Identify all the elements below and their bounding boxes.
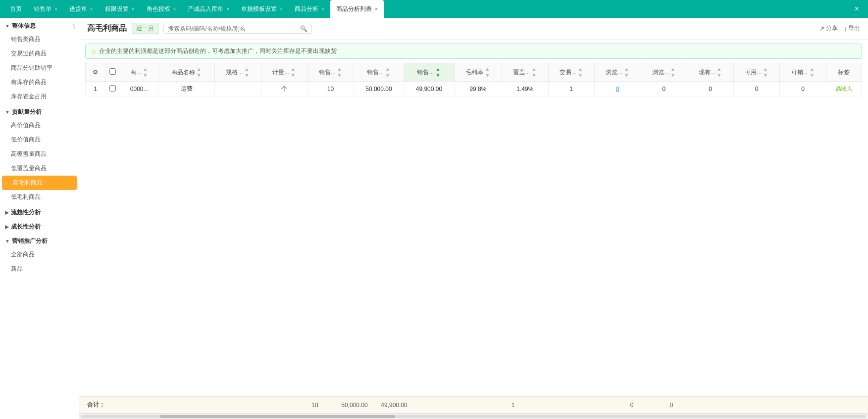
table-header-row: ⚙ 商... ▲▼ (86, 63, 862, 82)
close-inbound-icon[interactable]: × (226, 6, 229, 12)
header-actions: ↗ 分享 ↓ 导出 (819, 24, 860, 33)
sidebar-group-marketing[interactable]: ▼ 营销推广分析 (0, 233, 79, 247)
trend-group-arrow: ▶ (5, 210, 9, 215)
nav-tab-sales[interactable]: 销售单 × (28, 0, 63, 18)
col-spec[interactable]: 规格... ▲▼ (215, 63, 261, 82)
data-table: ⚙ 商... ▲▼ (85, 63, 862, 96)
export-button[interactable]: ↓ 导出 (844, 24, 860, 33)
footer-available: 0 (652, 402, 691, 409)
cell-sales3: 49,900.00 (404, 82, 454, 96)
col-browse2[interactable]: 浏览... ▲▼ (641, 63, 687, 82)
col-name[interactable]: 商品名称 ▲▼ (158, 63, 215, 82)
sidebar-item-high-value[interactable]: 高价值商品 (0, 118, 79, 133)
cell-transaction: 1 (548, 82, 595, 96)
col-transaction[interactable]: 交易... ▲▼ (548, 63, 595, 82)
nav-tab-template[interactable]: 单据模板设置 × (235, 0, 289, 18)
close-roles-icon[interactable]: × (173, 6, 176, 12)
filter-recent-month-button[interactable]: 近一月 (132, 23, 158, 34)
content-header: 高毛利商品 近一月 🔍 ↗ 分享 ↓ 导出 (79, 18, 868, 40)
browse1-link[interactable]: 0 (616, 86, 619, 93)
row-checkbox[interactable] (109, 85, 116, 92)
col-settings[interactable]: ⚙ (86, 63, 105, 82)
nav-tab-permissions[interactable]: 权限设置 × (99, 0, 141, 18)
sidebar-group-trend[interactable]: ▶ 流趋性分析 (0, 204, 79, 219)
cell-browse1[interactable]: 0 (595, 82, 641, 96)
close-analysis-list-icon[interactable]: × (375, 6, 378, 12)
cell-code: 0000... (120, 82, 158, 96)
search-wrap: 🔍 (163, 24, 312, 34)
cell-unit: 个 (261, 82, 307, 96)
footer-sales3: 49,900.00 (374, 402, 414, 409)
col-browse1[interactable]: 浏览... ▲▼ (595, 63, 641, 82)
export-icon: ↓ (844, 25, 847, 32)
sidebar-item-sales-goods[interactable]: 销售类商品 (0, 32, 79, 47)
sidebar-item-all-goods[interactable]: 全部商品 (0, 247, 79, 262)
close-purchase-icon[interactable]: × (90, 6, 93, 12)
cell-spec (215, 82, 261, 96)
sidebar-item-high-margin[interactable]: 高毛利商品 (2, 176, 77, 190)
footer-bar: 合计： 10 50,000.00 49,900.00 1 0 0 (79, 396, 868, 413)
col-coverage[interactable]: 覆盖... ▲▼ (502, 63, 549, 82)
col-sales3[interactable]: 销售... ▲▼ (404, 63, 454, 82)
search-input[interactable] (168, 25, 300, 32)
col-checkbox[interactable] (105, 63, 120, 82)
cell-available: 0 (733, 82, 780, 96)
app-close-button[interactable]: × (850, 4, 864, 13)
nav-tab-inbound[interactable]: 产成品入库单 × (182, 0, 235, 18)
close-permissions-icon[interactable]: × (132, 6, 135, 12)
sidebar-item-distribution-rate[interactable]: 商品分销助销率 (0, 61, 79, 75)
cell-checkbox[interactable] (105, 82, 120, 96)
share-button[interactable]: ↗ 分享 (819, 24, 838, 33)
search-icon[interactable]: 🔍 (300, 25, 307, 32)
cell-sales1: 10 (307, 82, 354, 96)
info-banner: ◇ 企业的主要的利润都是这部分商品创造的，可考虑加大推广，同时关注库存是不要出现… (85, 44, 862, 59)
sidebar-item-stock-capital[interactable]: 库存资金占用 (0, 90, 79, 104)
sidebar-group-growth[interactable]: ▶ 成长性分析 (0, 219, 79, 233)
nav-tab-purchase[interactable]: 进货单 × (63, 0, 99, 18)
close-template-icon[interactable]: × (280, 6, 283, 12)
col-sales2[interactable]: 销售... ▲▼ (354, 63, 404, 82)
sidebar-item-new-goods[interactable]: 新品 (0, 262, 79, 276)
sidebar-group-contribution[interactable]: ▼ 贡献量分析 (0, 104, 79, 118)
footer-sales2: 50,000.00 (335, 402, 374, 409)
cell-current: 0 (687, 82, 734, 96)
nav-tab-analysis[interactable]: 商品分析 × (289, 0, 330, 18)
footer-total-label: 合计： (87, 401, 137, 409)
table-row: 1 0000... 运费 个 10 50,000.00 49,900.00 99… (86, 82, 862, 96)
cell-coverage: 1.49% (502, 82, 549, 96)
footer-cells: 10 50,000.00 49,900.00 1 0 0 (137, 402, 860, 409)
col-unit[interactable]: 计量... ▲▼ (261, 63, 307, 82)
sidebar-item-high-coverage[interactable]: 高覆盖量商品 (0, 147, 79, 161)
content-area: 高毛利商品 近一月 🔍 ↗ 分享 ↓ 导出 (79, 18, 868, 419)
sidebar-item-traded-goods[interactable]: 交易过的商品 (0, 47, 79, 61)
sidebar-item-in-stock[interactable]: 有库存的商品 (0, 75, 79, 90)
col-sales1[interactable]: 销售... ▲▼ (307, 63, 354, 82)
top-nav: 首页 销售单 × 进货单 × 权限设置 × 角色授权 × 产成品入库单 × 单据… (0, 0, 868, 18)
contribution-group-arrow: ▼ (5, 109, 10, 115)
col-tag: 标签 (826, 63, 862, 82)
scrollbar-track[interactable] (81, 415, 866, 418)
sidebar-collapse-button[interactable]: 《 (69, 22, 76, 31)
bottom-scrollbar[interactable] (79, 413, 868, 419)
nav-tab-roles[interactable]: 角色授权 × (141, 0, 182, 18)
select-all-checkbox[interactable] (109, 68, 116, 75)
info-icon: ◇ (92, 48, 96, 55)
scrollbar-thumb[interactable] (160, 415, 396, 418)
sidebar-group-overall[interactable]: ▼ 整体信息 (0, 18, 79, 32)
col-code[interactable]: 商... ▲▼ (120, 63, 158, 82)
sidebar: 《 ▼ 整体信息 销售类商品 交易过的商品 商品分销助销率 有库存的商品 库存资… (0, 18, 79, 419)
col-current[interactable]: 现有... ▲▼ (687, 63, 734, 82)
col-saleable[interactable]: 可销... ▲▼ (780, 63, 826, 82)
col-gross-rate[interactable]: 毛利率 ▲▼ (454, 63, 502, 82)
sidebar-item-low-coverage[interactable]: 低覆盖量商品 (0, 161, 79, 176)
sidebar-item-low-margin[interactable]: 低毛利商品 (0, 190, 79, 204)
nav-tab-home[interactable]: 首页 (4, 0, 28, 18)
close-sales-icon[interactable]: × (54, 6, 57, 12)
cell-name: 运费 (158, 82, 215, 96)
col-available[interactable]: 可用... ▲▼ (733, 63, 780, 82)
sidebar-item-low-value[interactable]: 低价值商品 (0, 133, 79, 147)
nav-tab-analysis-list[interactable]: 商品分析列表 × (330, 0, 384, 18)
close-analysis-icon[interactable]: × (321, 6, 324, 12)
settings-icon: ⚙ (93, 69, 98, 76)
share-icon: ↗ (819, 25, 824, 32)
